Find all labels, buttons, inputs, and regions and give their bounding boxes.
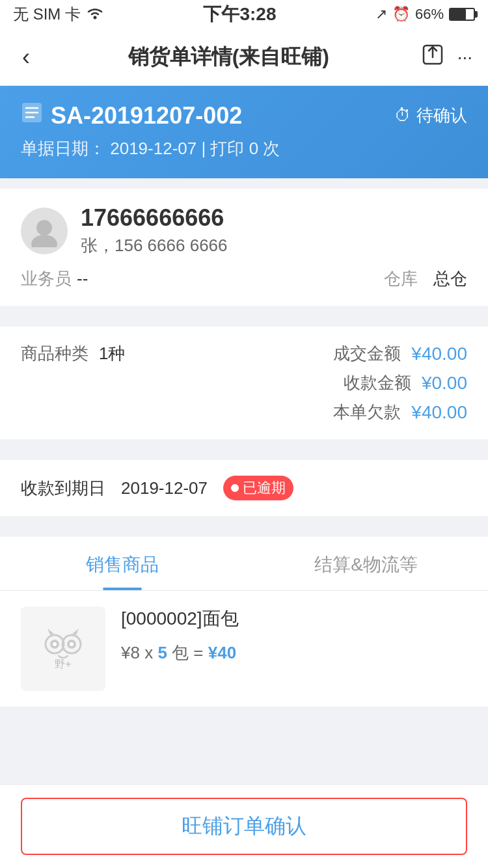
customer-row: 17666666666 张，156 6666 6666 xyxy=(21,204,467,257)
product-type-value: 1种 xyxy=(99,342,125,365)
summary-item-2: 本单欠款 ¥40.00 xyxy=(333,401,467,424)
svg-text:野+: 野+ xyxy=(55,658,71,669)
share-button[interactable] xyxy=(421,43,444,71)
status-bar-time: 下午3:28 xyxy=(203,2,276,27)
due-date: 2019-12-07 xyxy=(121,478,208,498)
summary-amount-1: ¥0.00 xyxy=(422,373,467,394)
product-info: [0000002]面包 ¥8 x 5 包 = ¥40 xyxy=(121,606,467,664)
summary-left: 商品种类 1种 xyxy=(21,342,333,365)
overdue-text: 已逾期 xyxy=(243,478,286,498)
product-total: ¥40 xyxy=(208,643,236,662)
order-status: ⏱ 待确认 xyxy=(394,104,467,127)
customer-section: 17666666666 张，156 6666 6666 业务员 -- 仓库 总仓 xyxy=(0,189,488,306)
svg-point-7 xyxy=(31,235,57,247)
status-text: 待确认 xyxy=(416,104,467,127)
status-bar-right: ↗ ⏰ 66% xyxy=(375,6,475,23)
tabs-row: 销售商品 结算&物流等 xyxy=(0,537,488,591)
summary-label-1: 收款金额 xyxy=(344,372,411,394)
product-thumbnail: 野+ xyxy=(21,606,105,691)
tab-sales-label: 销售商品 xyxy=(86,554,159,575)
summary-label-2: 本单欠款 xyxy=(333,401,401,424)
product-quantity: 5 xyxy=(157,643,167,662)
svg-point-12 xyxy=(53,642,57,646)
salesperson-label: 业务员 xyxy=(21,267,72,290)
product-logo: 野+ xyxy=(37,623,89,674)
tab-sales[interactable]: 销售商品 xyxy=(0,537,244,590)
product-section: 野+ [0000002]面包 ¥8 x 5 包 = ¥40 xyxy=(0,591,488,707)
summary-item-0: 成交金额 ¥40.00 xyxy=(333,342,467,365)
summary-right: 成交金额 ¥40.00 收款金额 ¥0.00 本单欠款 ¥40.00 xyxy=(333,342,467,424)
print-count: | 打印 0 次 xyxy=(201,139,280,158)
product-type-label: 商品种类 xyxy=(21,342,88,365)
divider-3 xyxy=(0,526,488,537)
due-label: 收款到期日 xyxy=(21,477,105,500)
customer-name: 张，156 6666 6666 xyxy=(81,234,228,257)
customer-phone: 17666666666 xyxy=(81,204,228,232)
summary-label-0: 成交金额 xyxy=(333,342,401,365)
summary-amount-0: ¥40.00 xyxy=(411,344,467,364)
divider-1 xyxy=(0,316,488,327)
warehouse-label: 仓库 xyxy=(384,267,418,290)
status-clock-icon: ⏱ xyxy=(394,105,411,126)
page-title: 销货单详情(来自旺铺) xyxy=(128,43,329,72)
carrier-text: 无 SIM 卡 xyxy=(13,4,81,25)
avatar xyxy=(21,208,68,254)
product-price-row: ¥8 x 5 包 = ¥40 xyxy=(121,642,467,664)
order-id-text: SA-20191207-002 xyxy=(51,102,242,129)
svg-point-13 xyxy=(70,642,74,646)
order-header: SA-20191207-002 ⏱ 待确认 单据日期： 2019-12-07 |… xyxy=(0,86,488,178)
svg-point-0 xyxy=(94,16,97,20)
overdue-dot xyxy=(231,484,239,492)
overdue-badge: 已逾期 xyxy=(223,476,293,500)
status-bar: 无 SIM 卡 下午3:28 ↗ ⏰ 66% xyxy=(0,0,488,29)
tab-settlement-label: 结算&物流等 xyxy=(314,554,418,575)
tabs-section: 销售商品 结算&物流等 xyxy=(0,537,488,591)
tab-underline xyxy=(103,588,142,590)
summary-amount-2: ¥40.00 xyxy=(411,402,467,423)
back-button[interactable]: ‹ xyxy=(16,37,36,77)
more-button[interactable]: ··· xyxy=(457,47,472,68)
divider-2 xyxy=(0,450,488,460)
order-date-line: 单据日期： 2019-12-07 | 打印 0 次 xyxy=(21,137,467,160)
location-icon: ↗ xyxy=(375,6,387,23)
salesperson-row: 业务员 -- 仓库 总仓 xyxy=(21,267,467,290)
battery-icon xyxy=(449,8,475,21)
order-id-container: SA-20191207-002 xyxy=(21,102,242,129)
product-name: [0000002]面包 xyxy=(121,606,467,631)
due-section: 收款到期日 2019-12-07 已逾期 xyxy=(0,460,488,516)
nav-actions: ··· xyxy=(421,43,472,71)
nav-bar: ‹ 销货单详情(来自旺铺) ··· xyxy=(0,29,488,86)
product-equals: = xyxy=(193,643,208,662)
order-date: 2019-12-07 xyxy=(110,139,197,158)
summary-item-1: 收款金额 ¥0.00 xyxy=(344,372,467,394)
alarm-icon: ⏰ xyxy=(392,6,410,23)
wifi-icon xyxy=(86,5,104,23)
product-unit: 包 xyxy=(172,643,189,662)
bottom-bar: 旺铺订单确认 xyxy=(0,784,488,868)
date-label: 单据日期： xyxy=(21,139,105,158)
battery-percent: 66% xyxy=(415,6,444,23)
summary-section: 商品种类 1种 成交金额 ¥40.00 收款金额 ¥0.00 本单欠款 ¥40.… xyxy=(0,327,488,439)
confirm-order-button[interactable]: 旺铺订单确认 xyxy=(21,798,467,855)
tab-settlement[interactable]: 结算&物流等 xyxy=(244,537,488,590)
product-price: ¥8 xyxy=(121,643,140,662)
status-bar-left: 无 SIM 卡 xyxy=(13,4,104,25)
customer-info: 17666666666 张，156 6666 6666 xyxy=(81,204,228,257)
salesperson-value: -- xyxy=(77,269,88,289)
order-icon xyxy=(21,102,43,129)
product-multiply: x xyxy=(144,643,157,662)
svg-point-6 xyxy=(36,220,52,236)
warehouse-value: 总仓 xyxy=(433,267,467,290)
